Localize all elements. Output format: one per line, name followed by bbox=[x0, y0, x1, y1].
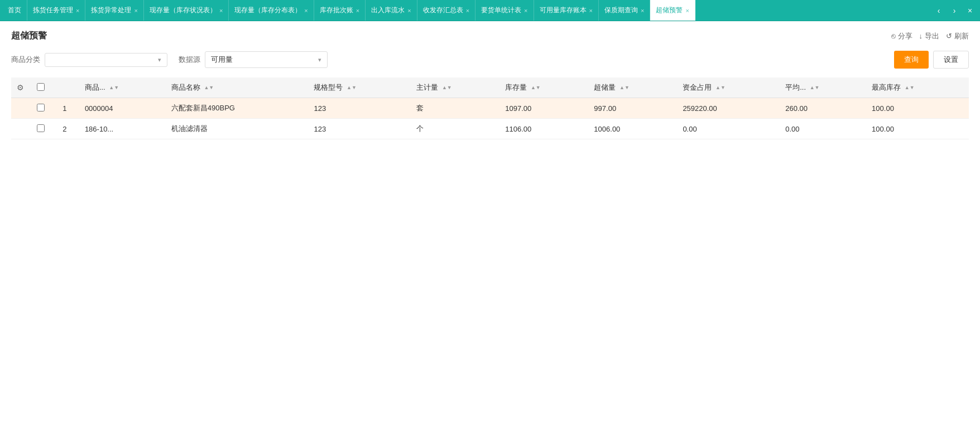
nav-tab-expiry[interactable]: 保质期查询 × bbox=[599, 0, 650, 21]
page-title: 超储预警 bbox=[11, 30, 47, 42]
row-overflow: 997.00 bbox=[588, 98, 677, 119]
data-table: ⚙ 商品... ▲▼ 商品名称 ▲▼ 规格型号 ▲▼ bbox=[11, 77, 969, 139]
share-button[interactable]: ⎋ 分享 bbox=[891, 31, 912, 41]
row-spec: 123 bbox=[308, 98, 411, 119]
nav-prev-button[interactable]: ‹ bbox=[931, 0, 947, 21]
sort-icon[interactable]: ▲▼ bbox=[109, 85, 119, 90]
chevron-down-icon: ▾ bbox=[318, 56, 321, 64]
row-stock: 1097.00 bbox=[499, 98, 588, 119]
nav-tab-order-stats[interactable]: 要货单统计表 × bbox=[475, 0, 534, 21]
close-icon[interactable]: × bbox=[685, 7, 689, 14]
nav-tab-home[interactable]: 首页 bbox=[2, 0, 27, 21]
sort-icon[interactable]: ▲▼ bbox=[204, 85, 214, 90]
th-num bbox=[50, 77, 79, 98]
th-spec: 规格型号 ▲▼ bbox=[308, 77, 411, 98]
query-button[interactable]: 查询 bbox=[894, 51, 929, 69]
row-spec: 123 bbox=[308, 119, 411, 139]
sort-icon[interactable]: ▲▼ bbox=[442, 85, 452, 90]
row-num: 2 bbox=[50, 119, 79, 139]
refresh-icon: ↺ bbox=[946, 32, 952, 40]
export-button[interactable]: ↓ 导出 bbox=[919, 31, 940, 41]
datasource-value: 可用量 bbox=[211, 55, 233, 65]
sort-icon[interactable]: ▲▼ bbox=[347, 85, 357, 90]
category-filter: 商品分类 ▾ bbox=[11, 53, 167, 67]
row-product-name: 机油滤清器 bbox=[166, 119, 309, 139]
row-max-stock: 100.00 bbox=[866, 119, 969, 139]
datasource-label: 数据源 bbox=[179, 55, 200, 65]
nav-arrows: ‹ › × bbox=[931, 0, 978, 21]
row-settings-cell bbox=[11, 98, 31, 119]
category-select[interactable]: ▾ bbox=[45, 53, 167, 67]
refresh-button[interactable]: ↺ 刷新 bbox=[946, 31, 969, 41]
settings-button[interactable]: 设置 bbox=[933, 51, 969, 69]
category-label: 商品分类 bbox=[11, 55, 40, 65]
sort-icon[interactable]: ▲▼ bbox=[715, 85, 726, 90]
close-icon[interactable]: × bbox=[356, 7, 359, 14]
th-overflow: 超储量 ▲▼ bbox=[588, 77, 677, 98]
chevron-down-icon: ▾ bbox=[158, 56, 161, 64]
sort-icon[interactable]: ▲▼ bbox=[905, 85, 915, 90]
row-product-code: 0000004 bbox=[79, 98, 166, 119]
top-nav: 首页 拣货任务管理 × 拣货异常处理 × 现存量（库存状况表） × 现存量（库存… bbox=[0, 0, 980, 21]
row-checkbox[interactable] bbox=[37, 104, 45, 112]
export-icon: ↓ bbox=[919, 32, 923, 40]
row-unit: 个 bbox=[411, 119, 499, 139]
row-capital: 0.00 bbox=[677, 119, 780, 139]
nav-tab-stock-status[interactable]: 现存量（库存状况表） × bbox=[144, 0, 229, 21]
main-content: 超储预警 ⎋ 分享 ↓ 导出 ↺ 刷新 商品分类 ▾ 数据源 bbox=[0, 21, 980, 446]
nav-tab-available[interactable]: 可用量库存账本 × bbox=[534, 0, 599, 21]
close-icon[interactable]: × bbox=[76, 7, 79, 14]
gear-icon[interactable]: ⚙ bbox=[17, 83, 24, 92]
page-header: 超储预警 ⎋ 分享 ↓ 导出 ↺ 刷新 bbox=[11, 30, 969, 42]
row-avg: 0.00 bbox=[780, 119, 866, 139]
close-icon[interactable]: × bbox=[304, 7, 308, 14]
header-actions: ⎋ 分享 ↓ 导出 ↺ 刷新 bbox=[891, 31, 969, 41]
sort-icon[interactable]: ▲▼ bbox=[810, 85, 820, 90]
nav-next-button[interactable]: › bbox=[947, 0, 962, 21]
th-avg: 平均... ▲▼ bbox=[780, 77, 866, 98]
close-icon[interactable]: × bbox=[407, 7, 411, 14]
select-all-checkbox[interactable] bbox=[37, 83, 45, 91]
row-overflow: 1006.00 bbox=[588, 119, 677, 139]
table-row: 2 186-10... 机油滤清器 123 个 1106.00 1006.00 … bbox=[11, 119, 969, 139]
row-checkbox-cell bbox=[31, 98, 50, 119]
close-icon[interactable]: × bbox=[641, 7, 644, 14]
row-avg: 260.00 bbox=[780, 98, 866, 119]
table-header-row: ⚙ 商品... ▲▼ 商品名称 ▲▼ 规格型号 ▲▼ bbox=[11, 77, 969, 98]
nav-tab-overflow[interactable]: 超储预警 × bbox=[650, 0, 695, 21]
nav-tab-summary[interactable]: 收发存汇总表 × bbox=[417, 0, 475, 21]
nav-tab-task[interactable]: 拣货任务管理 × bbox=[27, 0, 85, 21]
th-settings: ⚙ bbox=[11, 77, 31, 98]
nav-tab-stock-dist[interactable]: 现存量（库存分布表） × bbox=[229, 0, 314, 21]
row-unit: 套 bbox=[411, 98, 499, 119]
th-product-name: 商品名称 ▲▼ bbox=[166, 77, 309, 98]
row-num: 1 bbox=[50, 98, 79, 119]
close-icon[interactable]: × bbox=[524, 7, 527, 14]
row-checkbox-cell bbox=[31, 119, 50, 139]
row-settings-cell bbox=[11, 119, 31, 139]
nav-tab-batch[interactable]: 库存批次账 × bbox=[314, 0, 366, 21]
row-checkbox[interactable] bbox=[37, 124, 45, 132]
th-stock: 库存量 ▲▼ bbox=[499, 77, 588, 98]
row-product-name: 六配套新昌490BPG bbox=[166, 98, 309, 119]
datasource-filter: 数据源 可用量 ▾ bbox=[179, 51, 328, 68]
filter-row: 商品分类 ▾ 数据源 可用量 ▾ 查询 设置 bbox=[11, 51, 969, 69]
close-icon[interactable]: × bbox=[134, 7, 137, 14]
th-unit: 主计量 ▲▼ bbox=[411, 77, 499, 98]
close-icon[interactable]: × bbox=[589, 7, 593, 14]
th-max-stock: 最高库存 ▲▼ bbox=[866, 77, 969, 98]
close-icon[interactable]: × bbox=[466, 7, 469, 14]
row-product-code: 186-10... bbox=[79, 119, 166, 139]
th-capital: 资金占用 ▲▼ bbox=[677, 77, 780, 98]
filter-actions: 查询 设置 bbox=[894, 51, 969, 69]
sort-icon[interactable]: ▲▼ bbox=[619, 85, 630, 90]
close-icon[interactable]: × bbox=[219, 7, 223, 14]
nav-tab-exception[interactable]: 拣货异常处理 × bbox=[85, 0, 143, 21]
row-max-stock: 100.00 bbox=[866, 98, 969, 119]
sort-icon[interactable]: ▲▼ bbox=[531, 85, 541, 90]
th-product-code: 商品... ▲▼ bbox=[79, 77, 166, 98]
nav-close-button[interactable]: × bbox=[962, 0, 978, 21]
row-stock: 1106.00 bbox=[499, 119, 588, 139]
datasource-select[interactable]: 可用量 ▾ bbox=[205, 51, 328, 68]
nav-tab-inout[interactable]: 出入库流水 × bbox=[366, 0, 417, 21]
